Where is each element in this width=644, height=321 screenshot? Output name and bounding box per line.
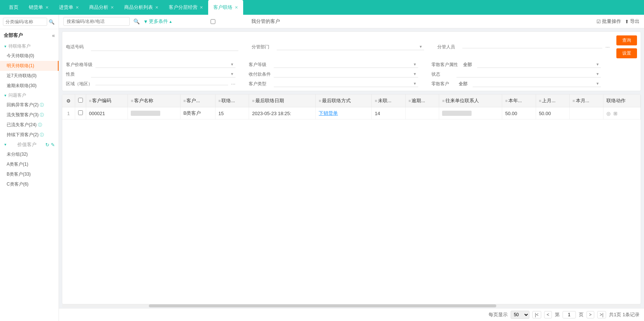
next-page-button[interactable]: > xyxy=(587,311,594,318)
select-all-checkbox[interactable] xyxy=(78,98,83,103)
sidebar-item-c-class[interactable]: C类客户(6) xyxy=(0,179,59,189)
nav-product-analysis-list[interactable]: 商品分析列表 ✕ xyxy=(119,0,164,15)
nav-sales-order[interactable]: 销货单 ✕ xyxy=(24,0,54,15)
sidebar-item-b-class[interactable]: B类客户(33) xyxy=(0,169,59,179)
sidebar-item-churn-warning[interactable]: 流失预警客户(3) ⓘ xyxy=(0,110,59,120)
th-contact-count[interactable]: ≡联络... xyxy=(215,94,249,107)
dept-select[interactable]: ▼ xyxy=(277,44,424,50)
per-page-select[interactable]: 50 10 20 100 xyxy=(511,311,529,319)
region-select[interactable] xyxy=(95,83,228,85)
main-search-icon[interactable]: 🔍 xyxy=(133,18,140,24)
sidebar-item-declining[interactable]: 持续下滑客户(2) ⓘ xyxy=(0,130,59,140)
first-page-button[interactable]: |< xyxy=(532,311,541,318)
sidebar-search-input[interactable] xyxy=(3,18,47,26)
horizontal-scrollbar[interactable] xyxy=(62,304,641,307)
row-index: 1 xyxy=(62,107,75,120)
retail-attr-select[interactable]: ▼ xyxy=(477,61,601,68)
settings-icon[interactable]: ⚙ xyxy=(66,98,71,104)
customer-type-select[interactable]: ▼ xyxy=(274,80,418,87)
nav-product-analysis-close-icon[interactable]: ✕ xyxy=(111,5,114,10)
manager-select[interactable] xyxy=(462,46,602,48)
region-label: 区域（地区） xyxy=(66,81,92,87)
scrollbar-thumb[interactable] xyxy=(149,304,496,307)
filter-customer-type: 客户类型 ▼ xyxy=(249,80,418,87)
th-last-month[interactable]: ≡上月... xyxy=(536,94,569,107)
th-customer-type[interactable]: ≡客户... xyxy=(180,94,215,107)
sidebar-item-tomorrow[interactable]: 明天待联络(1) xyxy=(0,61,59,71)
phone-input[interactable] xyxy=(91,43,238,51)
query-button[interactable]: 查询 xyxy=(616,35,637,45)
nav-home-label: 首页 xyxy=(9,4,18,11)
manager-label: 分管人员 xyxy=(437,44,459,50)
last-page-button[interactable]: >| xyxy=(597,311,606,318)
sidebar-item-7days[interactable]: 近7天待联络(0) xyxy=(0,71,59,81)
row-select-checkbox[interactable] xyxy=(78,110,83,115)
payment-select[interactable]: ▼ xyxy=(274,71,418,77)
filter-row-3: 性质 ▼ 收付款条件 ▼ 状态 xyxy=(66,71,637,77)
row-checkbox[interactable] xyxy=(75,107,86,120)
sidebar-item-today[interactable]: 今天待联络(0) xyxy=(0,51,59,61)
sidebar-item-overdue[interactable]: 逾期未联络(30) xyxy=(0,81,59,91)
region-dots-icon[interactable]: ··· xyxy=(231,81,235,87)
nav-home[interactable]: 首页 xyxy=(4,0,24,15)
export-button[interactable]: ⬆ 导出 xyxy=(625,18,640,25)
refresh-icon[interactable]: ↻ xyxy=(45,142,49,148)
sidebar-search-icon[interactable]: 🔍 xyxy=(49,19,55,25)
main-search-input[interactable] xyxy=(63,17,130,26)
manager-dots-icon[interactable]: ··· xyxy=(605,44,610,50)
retail-value: 全部 xyxy=(459,81,468,87)
sidebar-item-churned[interactable]: 已流失客户(24) ⓘ xyxy=(0,120,59,130)
nav-purchase-close-icon[interactable]: ✕ xyxy=(76,5,79,10)
dept-label: 分管部门 xyxy=(252,44,274,50)
nav-product-analysis[interactable]: 商品分析 ✕ xyxy=(84,0,119,15)
filter-status: 状态 ▼ xyxy=(431,71,601,77)
nav-product-list-close-icon[interactable]: ✕ xyxy=(155,5,158,10)
customer-level-arrow: ▼ xyxy=(413,62,417,66)
nav-customer-segment[interactable]: 客户分层经营 ✕ xyxy=(164,0,208,15)
th-overdue[interactable]: ≡逾期... xyxy=(405,94,439,107)
contact-icon[interactable]: ◎ xyxy=(606,111,610,116)
status-select[interactable]: ▼ xyxy=(456,71,601,77)
set-button[interactable]: 设置 xyxy=(616,48,637,58)
th-name[interactable]: ≡客户名称 xyxy=(128,94,180,107)
th-last-contact-date[interactable]: ≡最后联络日期 xyxy=(249,94,316,107)
nav-purchase-order[interactable]: 进货单 ✕ xyxy=(54,0,84,15)
nature-select[interactable]: ▼ xyxy=(91,71,235,77)
th-this-year[interactable]: ≡本年... xyxy=(502,94,536,107)
th-code[interactable]: ≡客户编码 xyxy=(86,94,128,107)
my-customers-checkbox[interactable] xyxy=(176,19,250,24)
my-customers-checkbox-area[interactable]: 我分管的客户 xyxy=(176,18,280,25)
batch-operation-button[interactable]: ☑ 批量操作 xyxy=(596,18,621,25)
page-number-input[interactable] xyxy=(563,311,576,318)
th-checkbox[interactable] xyxy=(75,94,86,107)
th-this-month[interactable]: ≡本月... xyxy=(570,94,603,107)
more-action-icon[interactable]: ⊞ xyxy=(613,111,617,116)
row-last-method[interactable]: 下销货单 xyxy=(316,107,372,120)
last-method-link[interactable]: 下销货单 xyxy=(319,110,338,116)
th-uncontacted[interactable]: ≡未联... xyxy=(372,94,405,107)
nav-contact-close-icon[interactable]: ✕ xyxy=(235,5,238,10)
nav-segment-close-icon[interactable]: ✕ xyxy=(200,5,203,10)
edit-icon[interactable]: ✎ xyxy=(51,142,55,148)
retail-select[interactable]: ▼ xyxy=(473,80,601,87)
sidebar-item-a-class[interactable]: A类客户(1) xyxy=(0,159,59,169)
nav-product-analysis-label: 商品分析 xyxy=(89,4,108,11)
prev-page-button[interactable]: < xyxy=(544,311,552,318)
nav-customer-contact[interactable]: 客户联络 ✕ xyxy=(208,0,243,15)
th-contact-person[interactable]: ≡往来单位联系人 xyxy=(439,94,502,107)
more-conditions-button[interactable]: ▼ 更多条件 ▲ xyxy=(143,18,172,25)
retail-attr-label: 零散客户属性 xyxy=(431,62,458,68)
collapse-icon[interactable]: « xyxy=(52,32,55,38)
price-level-select[interactable]: ▼ xyxy=(95,61,235,68)
contact-person-blurred xyxy=(442,111,472,116)
filter-region: 区域（地区） ··· xyxy=(66,81,235,87)
row-last-month: 50.00 xyxy=(536,107,569,120)
customer-level-select[interactable]: ▼ xyxy=(274,61,418,68)
nature-label: 性质 xyxy=(66,71,88,77)
nav-sales-close-icon[interactable]: ✕ xyxy=(45,5,49,10)
sidebar-item-ungrouped[interactable]: 未分组(32) xyxy=(0,149,59,159)
th-last-contact-method[interactable]: ≡最后联络方式 xyxy=(316,94,372,107)
sidebar-all-customers[interactable]: 全部客户 « xyxy=(0,29,59,42)
th-settings[interactable]: ⚙ xyxy=(62,94,75,107)
sidebar-item-abnormal[interactable]: 回购异常客户(2) ⓘ xyxy=(0,100,59,110)
